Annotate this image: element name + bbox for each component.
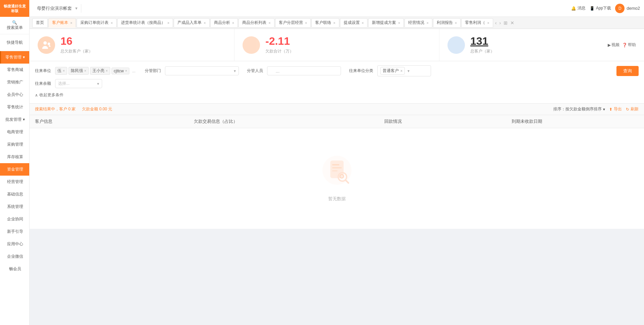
tab-close-product-analysis-list[interactable]: × <box>268 21 270 25</box>
person-filter-dots[interactable]: ... <box>274 68 281 74</box>
data-table: 客户信息 欠款交易信息（占比） 回款情况 到期未收款日期 <box>30 115 644 229</box>
tab-profit-report[interactable]: 利润报告 × <box>433 18 461 28</box>
sidebar-item-enterprise[interactable]: 企业协同 <box>0 213 29 225</box>
sidebar-item-finance[interactable]: 资金管理 <box>0 163 29 176</box>
tag-close-chen[interactable]: × <box>84 69 86 73</box>
tab-close-product-analysis[interactable]: × <box>232 21 234 25</box>
tab-product-analysis-list[interactable]: 商品分析列表 × <box>239 18 274 28</box>
search-result-text: 搜索结果中，客户 0 家 欠款金额 0.00 元 <box>35 106 112 112</box>
tab-close-customer-connect[interactable]: × <box>333 21 335 25</box>
tag-close-cjttcw[interactable]: × <box>125 69 127 73</box>
tab-close-new-promo[interactable]: × <box>398 21 400 25</box>
debt-icon <box>243 36 260 54</box>
stats-bar: 16 总欠款客户（家） -2.11 欠款合计（万） <box>30 29 644 61</box>
sidebar-item-ecommerce[interactable]: 电商管理 <box>0 126 29 138</box>
sidebar-item-operations[interactable]: 经营管理 <box>0 176 29 188</box>
balance-filter-select[interactable]: 选择... ▾ <box>55 79 102 88</box>
sort-button[interactable]: 排序：按欠款金额倒序排序 ▾ <box>553 106 605 112</box>
tabs-next-button[interactable]: › <box>498 20 502 26</box>
tabs-close-all-button[interactable]: ✕ <box>509 20 516 26</box>
sidebar-item-newbie[interactable]: 新手引导 <box>0 225 29 238</box>
module-selector[interactable]: 母婴行业演示帐套 ▾ <box>34 4 81 13</box>
stat-total-customers-number: 131 <box>470 36 495 46</box>
sidebar-item-retail-mgmt[interactable]: 零售管理 ▾ <box>0 51 29 64</box>
tab-new-promo[interactable]: 新增提成方案 × <box>368 18 404 28</box>
tab-close-customer-cost[interactable]: × <box>70 21 72 25</box>
tab-retail-profit[interactable]: 零售利润（ × <box>461 18 493 28</box>
tag-close-wu[interactable]: × <box>63 69 65 73</box>
tab-close-cost-entry[interactable]: × <box>204 21 206 25</box>
filter-more-tags[interactable]: ... <box>131 68 137 74</box>
tab-close-retail-profit[interactable]: × <box>487 21 489 25</box>
sidebar-item-system[interactable]: 系统管理 <box>0 201 29 213</box>
stat-actions: ▶ 视频 ❓ 帮助 <box>608 42 636 48</box>
tab-biz-status[interactable]: 经营情况 × <box>404 18 432 28</box>
unit-type-dropdown-icon: ▾ <box>407 69 410 73</box>
unit-type-filter-select[interactable]: 普通客户 × ▾ <box>377 65 431 76</box>
sidebar-item-marketing[interactable]: 营销推广 <box>0 76 29 88</box>
tag-close-wang[interactable]: × <box>106 69 108 73</box>
sidebar-item-basic-info[interactable]: 基础信息 <box>0 188 29 201</box>
svg-rect-3 <box>457 43 460 49</box>
sidebar-quick-nav[interactable]: 快捷导航 <box>0 34 29 51</box>
tab-close-promo-setting[interactable]: × <box>362 21 364 25</box>
sidebar-item-retail-stats[interactable]: 零售统计 <box>0 101 29 113</box>
sidebar-item-inventory[interactable]: 库存核算 <box>0 151 29 163</box>
search-icon: 🔍 <box>12 20 17 25</box>
tab-close-customer-segment[interactable]: × <box>305 21 307 25</box>
collapse-button[interactable]: ∧ 收起更多条件 <box>35 92 639 98</box>
stat-total-customers-label: 总客户（家） <box>470 48 495 54</box>
unit-type-tag-close[interactable]: × <box>400 69 402 73</box>
svg-point-1 <box>48 42 50 45</box>
filter-row-2: 往来余额 选择... ▾ <box>35 79 639 88</box>
dept-filter-select[interactable]: ▾ <box>165 66 239 75</box>
tab-purchase-order[interactable]: 采购订单统计表 × <box>77 18 116 28</box>
stat-customers-text: 16 总欠款客户（家） <box>60 36 93 54</box>
notification-button[interactable]: 🔔 消息 <box>571 5 586 11</box>
svg-rect-5 <box>330 160 344 178</box>
result-actions: 排序：按欠款金额倒序排序 ▾ ⬆ 导出 ↻ 刷新 <box>553 106 639 112</box>
filter-row-1: 往来单位 伍 × 陈民强 × 王小亮 × <box>35 65 639 76</box>
tab-purchase-stats[interactable]: 进货单统计表（按商品） × <box>117 18 173 28</box>
tabs-prev-button[interactable]: ‹ <box>494 20 498 26</box>
tab-close-biz-status[interactable]: × <box>426 21 428 25</box>
empty-text: 暂无数据 <box>328 196 346 202</box>
tab-customer-connect[interactable]: 客户联络 × <box>311 18 339 28</box>
svg-rect-7 <box>332 167 342 169</box>
sidebar-search[interactable]: 🔍 搜索菜单 <box>0 17 29 34</box>
export-button[interactable]: ⬆ 导出 <box>609 106 622 112</box>
tab-close-purchase-stats[interactable]: × <box>167 21 169 25</box>
user-profile[interactable]: D demo2 <box>615 4 640 13</box>
tab-close-purchase-order[interactable]: × <box>111 21 113 25</box>
tabs-expand-button[interactable]: ⊞ <box>502 20 509 26</box>
module-selector-label: 母婴行业演示帐套 <box>37 5 72 11</box>
refresh-button[interactable]: ↻ 刷新 <box>626 106 639 112</box>
svg-rect-2 <box>453 41 456 49</box>
tab-close-profit-report[interactable]: × <box>455 21 457 25</box>
quick-nav-label[interactable]: 快捷导航 <box>0 37 29 48</box>
balance-filter-label: 往来余额 <box>35 81 51 86</box>
tabs-bar: 首页 客户账本 × 采购订单统计表 × 进货单统计表（按商品） × 产成品入库单… <box>30 17 644 29</box>
sidebar-item-retail-mall[interactable]: 零售商城 <box>0 64 29 76</box>
sidebar-item-purchase[interactable]: 采购管理 <box>0 138 29 151</box>
sidebar-item-batch-mgmt[interactable]: 批发管理 ▾ <box>0 113 29 126</box>
help-button[interactable]: ❓ 帮助 <box>622 42 636 48</box>
sidebar-item-members[interactable]: 会员中心 <box>0 88 29 101</box>
video-button[interactable]: ▶ 视频 <box>608 42 619 48</box>
tab-customer-cost[interactable]: 客户账本 × <box>48 18 76 28</box>
tab-promo-setting[interactable]: 提成设置 × <box>340 18 368 28</box>
tab-home[interactable]: 首页 <box>32 18 48 28</box>
sidebar-item-app-center[interactable]: 应用中心 <box>0 238 29 250</box>
query-button[interactable]: 查询 <box>616 66 639 76</box>
tab-product-analysis[interactable]: 商品分析 × <box>210 18 238 28</box>
stat-total-customers: 131 总客户（家） ▶ 视频 ❓ 帮助 <box>439 29 644 61</box>
person-filter-select[interactable]: ... <box>267 66 341 75</box>
svg-rect-6 <box>332 164 339 166</box>
stat-customers-number: 16 <box>60 36 93 46</box>
mobile-icon: 📱 <box>590 6 595 11</box>
app-download-button[interactable]: 📱 App下载 <box>590 5 611 11</box>
tab-cost-entry[interactable]: 产成品入库单 × <box>174 18 209 28</box>
tab-customer-segment[interactable]: 客户分层经营 × <box>275 18 311 28</box>
sidebar-item-corp-wechat[interactable]: 企业微信 <box>0 250 29 263</box>
sidebar-item-vip[interactable]: 畅会员 <box>0 263 29 275</box>
